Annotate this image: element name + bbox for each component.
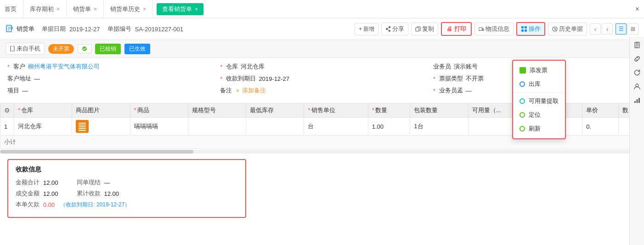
tab-view-sales-close[interactable]: × (195, 6, 198, 12)
total-amount-item: 金额合计 12.00 (16, 178, 58, 187)
col-settings: ⚙ (0, 103, 14, 118)
prev-button[interactable]: ‹ (590, 23, 601, 34)
add-invoice-icon (520, 67, 526, 74)
check-d-button[interactable] (78, 44, 91, 53)
outbound-item[interactable]: 出库 (513, 77, 565, 91)
next-button[interactable]: › (602, 23, 613, 34)
from-phone-button[interactable]: 来自手机 (6, 43, 45, 55)
logistics-button[interactable]: 物流信息 (475, 23, 514, 35)
col-minstock-header: 最低库存 (246, 103, 304, 118)
share-button[interactable]: 分享 (381, 23, 408, 35)
locate-icon (520, 112, 525, 118)
row-unit: 台 (304, 118, 368, 136)
due-date-value[interactable]: 2019-12-27 (259, 75, 289, 82)
salesman-required: * (433, 87, 435, 94)
salesman-value: — (466, 87, 472, 94)
svg-rect-6 (525, 26, 527, 28)
tab-inventory-init[interactable]: 库存期初 × (23, 0, 67, 18)
tab-sales-history-close[interactable]: × (143, 6, 146, 12)
copy-button[interactable]: 复制 (411, 23, 438, 35)
svg-point-11 (12, 50, 13, 51)
col-unit-header: *销售单位 (304, 103, 368, 118)
svg-rect-16 (636, 99, 638, 103)
check-icon (82, 46, 87, 51)
tab-view-sales[interactable]: 查看销货单 × (157, 3, 204, 15)
view-list-button[interactable]: ☰ (616, 23, 627, 34)
print-button[interactable]: 🖨 打印 (441, 22, 472, 36)
user-icon (633, 83, 641, 90)
warehouse-field: * 仓库 河北仓库 (220, 63, 424, 71)
outbound-label: 出库 (529, 80, 541, 88)
col-image-header: 商品图片 (72, 103, 130, 118)
document-icon (6, 25, 14, 33)
svg-rect-7 (521, 29, 524, 32)
nav-arrows: ‹ › (590, 23, 613, 34)
checked-badge: 已核销 (95, 44, 121, 54)
plus-icon: ＋ (235, 86, 241, 95)
share-icon (385, 26, 391, 32)
tab-sales-history[interactable]: 销货单历史 × (104, 0, 153, 18)
total-amount-label: 金额合计 (16, 178, 40, 187)
tab-inventory-init-label: 库存期初 (30, 5, 54, 13)
transaction-item: 成交金额 12.00 (16, 189, 58, 198)
form-title-group: 销货单 (6, 25, 34, 33)
due-date-field: * 收款到期日 2019-12-27 (220, 74, 424, 83)
balance-item: 本单欠款 0.00 （收款到期日: 2019-12-27） (16, 200, 130, 209)
svg-point-14 (636, 84, 638, 87)
col-product-header: *商品 (130, 103, 188, 118)
payment-row-1: 金额合计 12.00 同单现结 — (16, 178, 238, 187)
transaction-value: 12.00 (43, 190, 58, 197)
tab-sales-history-label: 销货单历史 (110, 5, 140, 13)
refresh-item[interactable]: 刷新 (513, 122, 565, 136)
add-note-button[interactable]: ＋ 添加备注 (235, 86, 266, 95)
global-close-button[interactable]: × (635, 5, 639, 13)
warehouse-value[interactable]: 河北仓库 (241, 63, 265, 71)
horizontal-scrollbar[interactable] (0, 150, 644, 154)
due-note: （收款到期日: 2019-12-27） (60, 201, 130, 209)
cumulative-label: 累计收款 (77, 189, 101, 198)
tab-sales-order-close[interactable]: × (94, 6, 97, 12)
tab-sales-order[interactable]: 销货单 × (67, 0, 104, 18)
sidebar-clipboard-button[interactable] (631, 39, 644, 51)
customer-label: 客户 (13, 63, 25, 71)
address-value: — (34, 75, 40, 82)
history-button[interactable]: 历史单据 (548, 23, 587, 35)
form-date-label: 单据日期 2019-12-27 (42, 25, 100, 33)
tab-home[interactable]: 首页 (5, 0, 23, 18)
balance-label: 本单欠款 (16, 200, 40, 209)
truck-icon (479, 26, 484, 32)
outbound-icon (520, 81, 525, 87)
tab-inventory-init-close[interactable]: × (56, 6, 60, 12)
sidebar-link-button[interactable] (631, 52, 644, 65)
project-label: 项目 (7, 86, 19, 95)
row-num: 1 (0, 118, 14, 136)
customer-field: * 客户 柳州粤港平安气体有限公司 (7, 63, 211, 71)
scroll-thumb (0, 150, 193, 154)
sidebar-chart-button[interactable] (631, 94, 644, 107)
ticket-value[interactable]: 不开票 (466, 74, 484, 83)
operations-button[interactable]: 操作 (516, 22, 545, 36)
view-grid-button[interactable]: ⊞ (627, 23, 638, 34)
refresh-label: 刷新 (529, 125, 541, 133)
col-warehouse-header: *仓库 (14, 103, 72, 118)
svg-rect-1 (416, 28, 419, 31)
copy-icon (415, 26, 421, 32)
effective-badge: 已生效 (124, 44, 150, 54)
sidebar-refresh-button[interactable] (631, 66, 644, 79)
operations-dropdown: 添发票 出库 可用量提取 定位 刷新 (512, 60, 566, 139)
locate-item[interactable]: 定位 (513, 108, 565, 122)
form-toolbar: 来自手机 未开票 已核销 已生效 (0, 40, 644, 58)
customer-required: * (7, 63, 10, 70)
new-button[interactable]: + 新增 (355, 23, 378, 35)
customer-value[interactable]: 柳州粤港平安气体有限公司 (28, 63, 100, 71)
sidebar-user-button[interactable] (631, 80, 644, 93)
gear-icon[interactable]: ⚙ (4, 107, 10, 114)
row-price: 0. (582, 118, 619, 136)
salesman-label: 业务员孟 (439, 86, 463, 95)
svg-rect-15 (634, 101, 636, 103)
ticket-label: 票据类型 (439, 74, 463, 83)
note-field: 备注 ＋ 添加备注 (220, 86, 424, 95)
row-qty: 1.00 (368, 118, 410, 136)
available-qty-item[interactable]: 可用量提取 (513, 94, 565, 108)
add-invoice-item[interactable]: 添发票 (513, 63, 565, 77)
